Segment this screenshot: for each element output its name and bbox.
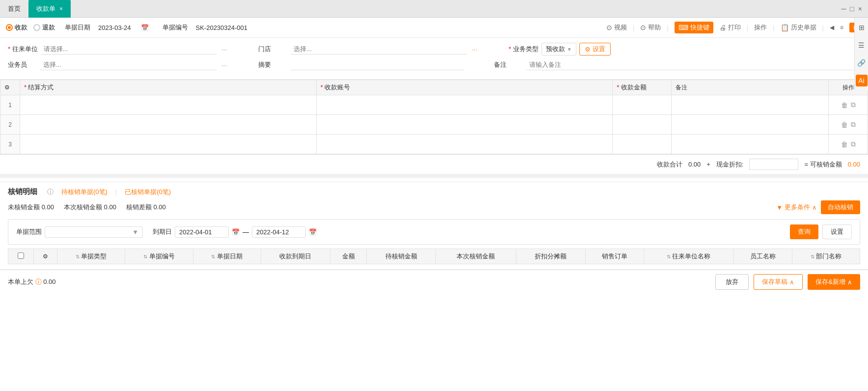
tab-close-icon[interactable]: ×: [59, 5, 63, 12]
bottom-bar: 本单上欠 ⓘ 0.00 放弃 保存草稿 ∧ 保存&新增 ∧: [0, 269, 868, 294]
calendar-from-icon[interactable]: 📅: [232, 228, 240, 236]
delete-icon-3[interactable]: 🗑: [841, 140, 848, 148]
partner-more-btn[interactable]: ···: [219, 46, 229, 53]
gear-icon: ⚙: [585, 46, 591, 53]
sep1: |: [633, 24, 634, 31]
discount-input[interactable]: [749, 159, 798, 170]
amount-cell-1[interactable]: [613, 95, 672, 115]
row-num-2: 2: [0, 115, 20, 135]
shortcut-icon: ⌨: [678, 24, 688, 31]
notes-input[interactable]: [526, 59, 860, 70]
save-draft-btn[interactable]: 保存草稿 ∧: [754, 274, 803, 290]
copy-icon-2[interactable]: ⧉: [851, 120, 856, 129]
filter-settings-btn[interactable]: 设置: [822, 224, 852, 239]
print-btn[interactable]: 🖨 打印: [719, 23, 741, 32]
account-no-cell-1[interactable]: [316, 95, 613, 115]
col-table-settings[interactable]: ⚙: [33, 249, 57, 264]
video-btn[interactable]: ⊙ 视频: [606, 23, 627, 32]
account-no-cell-2[interactable]: [316, 115, 613, 135]
info-icon2[interactable]: ⓘ: [35, 278, 42, 285]
query-btn[interactable]: 查询: [790, 224, 818, 239]
auto-verify-btn[interactable]: 自动核销: [821, 200, 860, 214]
calendar-icon[interactable]: 📅: [141, 24, 149, 31]
table-settings-header[interactable]: ⚙: [0, 80, 20, 95]
required-mark: *: [8, 45, 10, 53]
notes-cell-2[interactable]: [672, 115, 829, 135]
diff-value: 0.00: [154, 203, 166, 211]
amount-cell-3[interactable]: [613, 135, 672, 154]
sidebar-icon-link[interactable]: 🔗: [856, 57, 868, 69]
staff-more-btn[interactable]: ···: [219, 61, 229, 69]
window-close-btn[interactable]: ×: [858, 5, 862, 13]
table-row: 3 🗑 ⧉: [0, 135, 868, 154]
store-more-btn[interactable]: ···: [470, 46, 479, 53]
abandon-btn[interactable]: 放弃: [715, 274, 749, 290]
sidebar-icon-list[interactable]: ☰: [856, 39, 868, 51]
staff-label: 业务员: [8, 60, 37, 69]
shortcut-label: 快捷键: [690, 23, 709, 32]
select-all-checkbox[interactable]: [18, 252, 24, 259]
done-tab[interactable]: 已核销单据(0笔): [125, 188, 171, 196]
tab-home[interactable]: 首页: [0, 0, 28, 18]
save-new-btn[interactable]: 保存&新增 ∧: [808, 274, 860, 290]
doc-range-select[interactable]: ▼: [45, 226, 143, 238]
account-no-cell-3[interactable]: [316, 135, 613, 154]
form-setting-btn[interactable]: ⚙ 设置: [579, 43, 611, 56]
sidebar-icon-grid[interactable]: ⊞: [856, 22, 868, 33]
operate-btn[interactable]: 操作: [754, 23, 767, 32]
layout-list-btn[interactable]: ≡: [840, 24, 843, 31]
sep3: |: [747, 24, 748, 31]
tab-receipt[interactable]: 收款单 ×: [28, 0, 71, 18]
more-filters-btn[interactable]: ▼ 更多条件 ∧: [776, 203, 817, 212]
date-to-input[interactable]: [252, 226, 306, 238]
notes-cell-3[interactable]: [672, 135, 829, 154]
layout-prev-btn[interactable]: ◀: [830, 24, 834, 31]
pending-tab[interactable]: 待核销单据(0笔): [61, 188, 108, 196]
receipt-table-area: ⚙ * 结算方式 * 收款账号 * 收款金额 备注 操作: [0, 80, 868, 154]
col-due-date: 收款到期日: [261, 249, 330, 264]
help-btn[interactable]: ⊙ 帮助: [640, 23, 661, 32]
copy-icon-3[interactable]: ⧉: [851, 140, 856, 148]
radio-receipt[interactable]: 收款: [6, 23, 27, 32]
date-from-input[interactable]: [175, 226, 229, 238]
settle-method-cell-3[interactable]: [20, 135, 317, 154]
sidebar-icon-ai[interactable]: Ai: [856, 75, 868, 86]
staff-input[interactable]: [40, 59, 217, 70]
draft-arrow-icon: ∧: [789, 279, 794, 286]
partner-label: * 往来单位: [8, 45, 38, 54]
action-cell-1: 🗑 ⧉: [829, 95, 868, 115]
due-date-label: 到期日: [153, 227, 172, 236]
history-label: 历史单据: [791, 23, 816, 32]
delete-icon-2[interactable]: 🗑: [841, 121, 848, 129]
summary-input[interactable]: [291, 59, 464, 70]
notes-cell-1[interactable]: [672, 95, 829, 115]
biz-type-select[interactable]: 预收款 ▼: [542, 43, 576, 56]
store-label: 门店: [258, 45, 288, 54]
col-settle-method: * 结算方式: [20, 80, 317, 95]
copy-icon-1[interactable]: ⧉: [851, 101, 856, 109]
section-divider: [0, 174, 868, 178]
shortcut-btn[interactable]: ⌨ 快捷键: [675, 22, 713, 33]
sep2: |: [667, 24, 668, 31]
partner-input[interactable]: [41, 44, 217, 55]
radio-return[interactable]: 退款: [33, 23, 55, 32]
history-btn[interactable]: 📋 历史单据: [781, 23, 816, 32]
store-input[interactable]: [291, 44, 467, 55]
action-buttons: 放弃 保存草稿 ∧ 保存&新增 ∧: [715, 274, 860, 290]
doc-no-label: 单据编号: [163, 23, 188, 32]
unchecked-stat: 未核销金额 0.00: [8, 203, 54, 212]
settle-method-cell-1[interactable]: [20, 95, 317, 115]
delete-icon-1[interactable]: 🗑: [841, 101, 848, 109]
window-maximize-btn[interactable]: □: [850, 5, 854, 13]
amount-cell-2[interactable]: [613, 115, 672, 135]
settle-method-cell-2[interactable]: [20, 115, 317, 135]
calendar-to-icon[interactable]: 📅: [309, 228, 317, 236]
doc-range-label: 单据范围: [16, 227, 42, 236]
verify-info-icon[interactable]: ⓘ: [47, 188, 54, 196]
chevron-down-icon: ▼: [567, 47, 572, 52]
window-controls: ─ □ ×: [841, 5, 868, 13]
sep4: |: [773, 24, 774, 31]
col-partner-name: ⇅ 往来单位名称: [644, 249, 733, 264]
col-doc-type: ⇅ 单据类型: [57, 249, 125, 264]
window-minimize-btn[interactable]: ─: [841, 5, 846, 13]
